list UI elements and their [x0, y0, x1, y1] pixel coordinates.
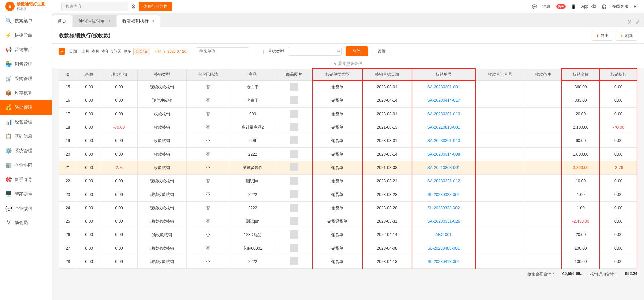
tab-expand-btn[interactable]: ⤢: [634, 17, 641, 27]
cell-cancel-bill-no[interactable]: SA-20230301-001: [412, 80, 475, 94]
filter-last7[interactable]: 近7天: [111, 49, 122, 54]
tab-home[interactable]: 首页: [52, 15, 72, 27]
cell-cancel-bill-no[interactable]: ABC-001: [412, 228, 475, 242]
cell-cancel-bill-no[interactable]: SA-20230301-010: [412, 107, 475, 121]
cell-cancel-bill-no[interactable]: SL-20230408-001: [412, 242, 475, 255]
bill-no-link[interactable]: SA-20230301-010: [427, 112, 460, 116]
table-area[interactable]: ⚙ 余额 现金折扣 核销类型 包含已结清 商品 商品图片 核销单据类型 核销单据…: [52, 68, 644, 300]
bill-no-link[interactable]: SA-20230314-008: [427, 152, 460, 157]
export-btn[interactable]: ⬆ 导出: [592, 31, 613, 41]
sidebar-item-smart-hw[interactable]: 🖥️ 智能硬件: [0, 187, 52, 201]
main-table: ⚙ 余额 现金折扣 核销类型 包含已结清 商品 商品图片 核销单据类型 核销单据…: [59, 68, 637, 269]
cell-goods: 老白干: [229, 94, 276, 107]
filter-bill-type-select[interactable]: [288, 47, 342, 56]
sidebar-item-base-info[interactable]: 📋 基础信息: [0, 129, 52, 143]
top-bar-right: 💬 消息 99+ 📱 App下载 🎧 在线客服 Rit: [532, 4, 639, 9]
cell-balance: 0.00: [77, 121, 101, 134]
message-label[interactable]: 消息: [542, 4, 550, 9]
sidebar-item-marketing[interactable]: 📢 营销推广: [0, 42, 52, 57]
table-row: 24 0.00 0.00 现续收款核销 否 2222 销货单 2023-03-2…: [59, 201, 637, 215]
sidebar-item-quick-nav[interactable]: ⚡ 快捷导航: [0, 28, 52, 42]
sidebar-label-member: 畅会员: [15, 220, 28, 226]
bill-no-link[interactable]: SL-20230328-002: [427, 206, 460, 210]
tab-prepay[interactable]: 预付冲应付单 ×: [73, 15, 116, 27]
bill-no-link[interactable]: SA-20230321-012: [427, 179, 460, 183]
cell-goods: 2222: [229, 147, 276, 161]
cell-cancel-bill-no[interactable]: SA-20230321-012: [412, 174, 475, 188]
cell-cancel-bill-no[interactable]: SL-20230328-002: [412, 201, 475, 215]
filter-more[interactable]: 更多: [123, 49, 131, 54]
cell-cancel-amount: 333.00: [561, 94, 600, 107]
sidebar-item-sales[interactable]: 🏪 销售管理: [0, 57, 52, 71]
cell-cash-discount: 0.00: [101, 107, 138, 121]
sidebar-item-finance[interactable]: 💰 资金管理: [0, 100, 52, 115]
filter-last-month[interactable]: 上月: [81, 49, 89, 54]
sidebar-item-search-menu[interactable]: 🔍 搜索菜单: [0, 13, 52, 28]
cell-goods: 老白干: [229, 80, 276, 94]
online-service-label[interactable]: 在线客服: [612, 4, 628, 9]
cell-cancel-type: 收款核销: [137, 147, 186, 161]
cell-cancel-bill-no[interactable]: SA-20210813-001: [412, 121, 475, 134]
gear-icon[interactable]: ⚙: [131, 3, 136, 10]
bill-no-link[interactable]: ABC-001: [435, 232, 452, 237]
cell-goods-img: [276, 94, 313, 107]
bill-no-link[interactable]: SL-20230408-001: [427, 246, 460, 251]
th-receipt-condition: 收款条件: [525, 69, 561, 80]
logo-text: 畅捷通谱好生意: [17, 2, 45, 6]
bill-no-link[interactable]: SA-20230301-010: [427, 138, 460, 143]
sidebar-item-inventory[interactable]: 📦 库存核算: [0, 86, 52, 100]
cell-goods-img: [276, 80, 313, 94]
sidebar-item-member[interactable]: V 畅会员: [0, 216, 52, 230]
cell-goods-img: [276, 161, 313, 174]
bill-no-link[interactable]: SL-20230418-001: [427, 259, 460, 264]
page-title: 收款核销执行(按收款): [59, 32, 111, 39]
cell-cancel-bill-no[interactable]: SA-20230301-010: [412, 134, 475, 147]
sidebar-item-purchase[interactable]: 🛒 采购管理: [0, 71, 52, 86]
filter-arrow-btn[interactable]: »: [59, 48, 65, 55]
th-settings[interactable]: ⚙: [59, 69, 77, 80]
set-btn[interactable]: 设置: [372, 47, 391, 56]
tab-prepay-close[interactable]: ×: [108, 19, 110, 24]
filter-this-month[interactable]: 本月: [91, 49, 99, 54]
expand-more-btn[interactable]: ∨ 展开更多条件: [334, 61, 362, 67]
top-search-placeholder[interactable]: 搜索内容: [61, 2, 128, 11]
cell-cancel-bill-no[interactable]: SL-20230418-001: [412, 255, 475, 268]
sidebar-item-beginner[interactable]: 🎯 新手引导: [0, 172, 52, 187]
user-text[interactable]: Rit: [634, 4, 639, 9]
cell-cancel-bill-no[interactable]: SA-20230331-026: [412, 215, 475, 228]
cell-include-settled: 否: [186, 107, 229, 121]
bill-no-link[interactable]: SL-20230328-001: [427, 192, 460, 197]
cell-cancel-amount: 100.00: [561, 255, 600, 268]
bill-no-link[interactable]: SA-20230301-001: [427, 85, 460, 89]
tab-receipt-cancel[interactable]: 收款核销执行 ×: [117, 15, 160, 27]
table-row: 25 0.00 0.00 现续收款核销 否 测试jun 销货退货单 2023-0…: [59, 215, 637, 228]
tab-close-all-btn[interactable]: ✕: [626, 17, 633, 27]
cell-receipt-order-no: [475, 107, 525, 121]
sidebar-item-system[interactable]: ⚙️ 系统管理: [0, 143, 52, 158]
cell-include-settled: 否: [186, 147, 229, 161]
bill-no-link[interactable]: SA-20230414-017: [427, 98, 460, 103]
filter-custom[interactable]: 自定义: [133, 48, 150, 55]
app-download-label[interactable]: App下载: [581, 4, 596, 9]
tab-receipt-cancel-close[interactable]: ×: [152, 19, 154, 24]
sidebar-item-wechat[interactable]: 💬 企业微信: [0, 201, 52, 216]
cell-cancel-bill-no[interactable]: SL-20230328-001: [412, 188, 475, 201]
cell-cancel-bill-no[interactable]: SA-20210808-001: [412, 161, 475, 174]
sidebar-item-enterprise[interactable]: 🏢 企业协同: [0, 158, 52, 172]
filter-partner-input[interactable]: [196, 47, 249, 55]
top-bar: 6 畅捷通谱好生意 标准版 搜索内容 ⚙ 体验行业方案 💬 消息 99+ 📱 A…: [0, 0, 644, 13]
refresh-btn[interactable]: ↻ 刷新: [616, 31, 637, 41]
th-cancel-bill-date: 核销单据日期: [362, 69, 412, 80]
bill-no-link[interactable]: SA-20230331-026: [427, 219, 460, 224]
industry-btn[interactable]: 体验行业方案: [139, 2, 172, 11]
bill-no-link[interactable]: SA-20210813-001: [427, 125, 460, 130]
cell-cancel-bill-no[interactable]: SA-20230314-008: [412, 147, 475, 161]
query-btn[interactable]: 查询: [346, 46, 368, 56]
filter-this-year[interactable]: 本年: [101, 49, 109, 54]
cell-cash-discount: 0.00: [101, 80, 138, 94]
bill-no-link[interactable]: SA-20210808-001: [427, 165, 460, 170]
cell-cancel-bill-date: 2023-04-14: [362, 94, 412, 107]
sidebar-item-operations[interactable]: 📊 经营管理: [0, 115, 52, 129]
cell-cancel-bill-no[interactable]: SA-20230414-017: [412, 94, 475, 107]
sidebar-label-base-info: 基础信息: [15, 133, 32, 139]
